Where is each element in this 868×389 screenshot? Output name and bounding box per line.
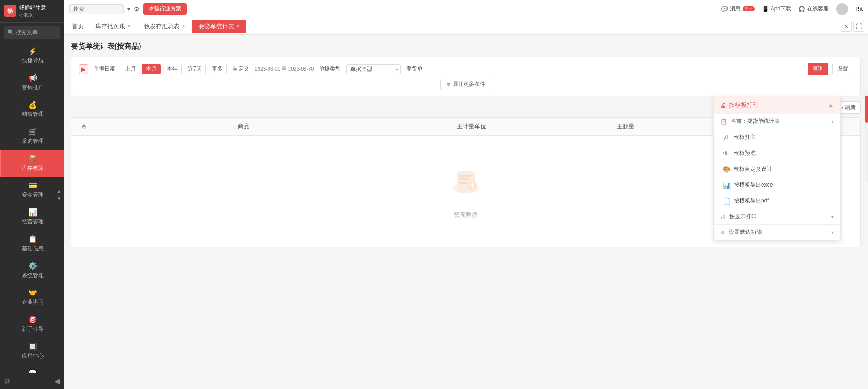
chevron-right-icon: ▶: [79, 64, 88, 74]
main-area: ▾ ⚙ 体验行业方案 💬 消息 99+ 📱 App下载 🎧 在线客服 Rit 首…: [64, 0, 868, 389]
date-range-label: 2023-06-01 至 2023-06-30: [255, 66, 314, 72]
query-btn[interactable]: 查询: [808, 63, 828, 75]
filter-card: ▶ 单据日期 上月 本月 本年 近7天 更多 自定义 2023-06-01 至 …: [71, 57, 861, 96]
preview-item-icon: 👁: [723, 150, 730, 157]
date-buttons: 上月 本月 本年 近7天 更多 自定义 2023-06-01 至 2023-06…: [121, 64, 314, 74]
topbar-dropdown-icon[interactable]: ▾: [127, 6, 130, 12]
search-icon: 🔍: [7, 29, 14, 35]
sidebar-nav: ⚡ 快捷导航 📢 营销推广 💰 销售管理 🛒 采购管理 📦 库存核算 💳 资金管…: [0, 42, 64, 373]
sidebar-item-appstore[interactable]: 🔲 应用中心: [0, 338, 64, 364]
sidebar-item-guide[interactable]: 🎯 新手引导: [0, 311, 64, 338]
print-dropdown-title: 🖨 按模板打印: [720, 101, 758, 109]
tab-close-icon[interactable]: ×: [128, 24, 130, 29]
scroll-thumb[interactable]: [865, 96, 868, 123]
sidebar-item-marketing[interactable]: 📢 营销推广: [0, 69, 64, 96]
pdf-item-icon: 📄: [723, 197, 730, 205]
print-item-icon: 🖨: [723, 134, 730, 141]
settings-icon[interactable]: ⚙: [4, 377, 10, 385]
scrollbar[interactable]: [865, 91, 868, 182]
search-menu-button[interactable]: 🔍 搜索菜单: [4, 26, 60, 39]
sidebar-item-system[interactable]: ⚙️ 系统管理: [0, 257, 64, 284]
purchase-icon: 🛒: [28, 127, 37, 136]
date-btn-more[interactable]: 更多: [208, 64, 227, 74]
message-badge: 99+: [743, 6, 755, 11]
tab-home[interactable]: 首页: [67, 20, 88, 33]
industry-btn[interactable]: 体验行业方案: [143, 3, 187, 15]
sidebar-item-label: 应用中心: [22, 352, 44, 360]
message-btn[interactable]: 💬 消息 99+: [721, 5, 755, 13]
sidebar-item-operation[interactable]: 📊 经营管理: [0, 203, 64, 230]
svg-rect-4: [459, 182, 468, 184]
print-items-section: 🖨 模板打印 👁 模板预览 🎨 模板自定义设计 📊 按模板导出excel 📄: [714, 129, 840, 209]
design-template-item[interactable]: 🎨 模板自定义设计: [714, 161, 840, 177]
export-excel-item[interactable]: 📊 按模板导出excel: [714, 177, 840, 193]
expand-row: ⊕ 展开更多条件: [79, 79, 853, 90]
expand-more-btn[interactable]: ⊕ 展开更多条件: [440, 79, 491, 90]
appstore-icon: 🔲: [28, 342, 37, 351]
quick-nav-icon: ⚡: [28, 47, 37, 56]
sidebar-header: 畅 畅通好生意 标准版: [0, 0, 64, 23]
avatar[interactable]: [836, 3, 848, 15]
topbar-search-input[interactable]: [69, 4, 124, 14]
inventory-icon: 📦: [28, 154, 37, 163]
sidebar-item-basic[interactable]: 📋 基础信息: [0, 230, 64, 257]
close-window-btn[interactable]: ×: [841, 21, 852, 32]
online-service-btn[interactable]: 🎧 在线客服: [798, 5, 829, 13]
display-print-group[interactable]: 🖨 按显示打印 ▾: [714, 209, 840, 224]
sidebar-item-enterprise[interactable]: 🤝 企业协同: [0, 284, 64, 311]
message-icon: 💬: [721, 6, 728, 12]
sidebar-item-purchase[interactable]: 🛒 采购管理: [0, 123, 64, 150]
col-goods: 商品: [93, 118, 394, 135]
print-current-icon: 📋: [720, 118, 727, 125]
sidebar-item-label: 经营管理: [22, 218, 44, 226]
sidebar-item-label: 采购管理: [22, 137, 44, 145]
filter-row: ▶ 单据日期 上月 本月 本年 近7天 更多 自定义 2023-06-01 至 …: [79, 63, 853, 75]
goods-type-label: 要货单: [406, 65, 423, 73]
print-dropdown-close-btn[interactable]: ▲: [828, 101, 834, 109]
sidebar-item-quick-nav[interactable]: ⚡ 快捷导航: [0, 42, 64, 69]
scroll-down-icon[interactable]: ▼: [56, 195, 62, 202]
sidebar-search-area: 🔍 搜索菜单: [0, 23, 64, 42]
system-icon: ⚙️: [28, 262, 37, 270]
settings-btn[interactable]: 设置: [832, 63, 853, 75]
svg-rect-2: [459, 175, 472, 177]
tab-inout-summary[interactable]: 收发存汇总表 ×: [138, 20, 191, 33]
order-type-select[interactable]: 单据类型: [346, 64, 401, 74]
collapse-icon[interactable]: ◀: [55, 377, 60, 385]
filter-toggle-btn[interactable]: ▶: [79, 66, 88, 73]
export-pdf-item[interactable]: 📄 按模板导出pdf: [714, 193, 840, 209]
date-btn-last-7-days[interactable]: 近7天: [184, 64, 206, 74]
guide-icon: 🎯: [28, 315, 37, 324]
tab-close-icon[interactable]: ×: [237, 24, 239, 29]
sidebar-footer: ⚙ ◀: [0, 373, 64, 389]
app-download-btn[interactable]: 📱 App下载: [762, 5, 791, 13]
print-dropdown: 🖨 按模板打印 ▲ 📋 当前：要货单统计表 ▾ 🖨 模板打印 👁: [713, 96, 841, 240]
sidebar-item-inventory[interactable]: 📦 库存核算: [0, 150, 64, 177]
finance-icon: 💳: [28, 181, 37, 190]
print-current-item[interactable]: 📋 当前：要货单统计表 ▾: [714, 114, 840, 129]
date-btn-last-month[interactable]: 上月: [121, 64, 140, 74]
operation-icon: 📊: [28, 208, 37, 217]
basic-icon: 📋: [28, 235, 37, 243]
sidebar-item-finance[interactable]: 💳 资金管理: [0, 177, 64, 203]
tab-close-icon[interactable]: ×: [182, 24, 185, 29]
scroll-up-icon[interactable]: ▲: [56, 188, 62, 194]
sidebar-item-sales[interactable]: 💰 销售管理: [0, 96, 64, 123]
app-brand: 畅通好生意 标准版: [19, 5, 46, 18]
topbar-gear-icon[interactable]: ⚙: [134, 5, 140, 13]
sidebar-item-wechat[interactable]: 💬 企业微信: [0, 364, 64, 373]
display-print-icon: 🖨: [720, 214, 726, 220]
col-gear: ⚙: [75, 119, 93, 135]
maximize-btn[interactable]: ⛶: [853, 21, 864, 32]
page-content: 要货单统计表(按商品) ▶ 单据日期 上月 本月 本年 近7天 更多 自定义 2…: [64, 35, 868, 389]
gear-icon[interactable]: ⚙: [81, 123, 87, 130]
tab-inventory-batch[interactable]: 库存批次账 ×: [89, 20, 137, 33]
preview-template-item[interactable]: 👁 模板预览: [714, 145, 840, 161]
date-btn-custom[interactable]: 自定义: [229, 64, 253, 74]
default-settings-group[interactable]: ⚙ 设置默认功能 ▾: [714, 224, 840, 240]
date-btn-this-year[interactable]: 本年: [163, 64, 182, 74]
svg-rect-3: [459, 178, 469, 180]
tab-order-stats[interactable]: 要货单统计表 ×: [192, 20, 246, 33]
date-btn-this-month[interactable]: 本月: [142, 64, 161, 74]
print-template-item[interactable]: 🖨 模板打印: [714, 129, 840, 145]
